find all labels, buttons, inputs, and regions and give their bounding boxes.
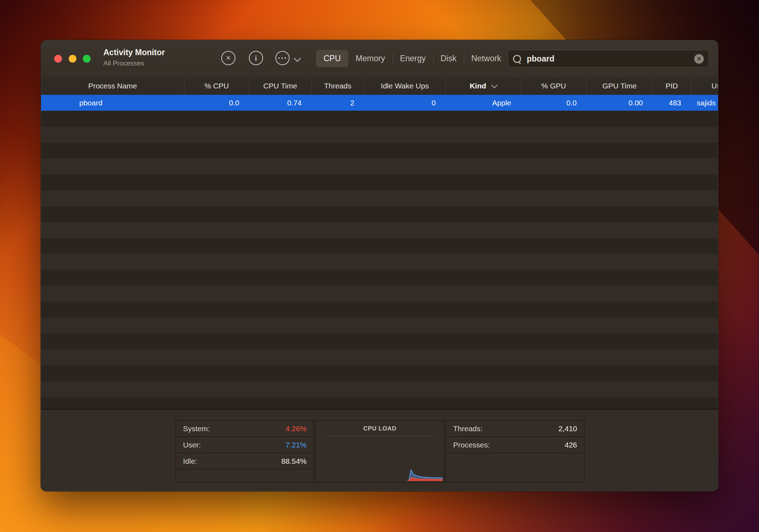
- close-window-button[interactable]: [54, 55, 62, 63]
- stat-label: Idle:: [183, 457, 197, 466]
- cpu-load-title: CPU LOAD: [315, 425, 444, 432]
- process-table-body: pboard 0.0 0.74 2 0 Apple 0.0 0.00 483 s…: [41, 95, 718, 409]
- window-title-block: Activity Monitor All Processes: [103, 48, 165, 67]
- zoom-window-button[interactable]: [83, 55, 91, 63]
- column-header-idle-wake-ups[interactable]: Idle Wake Ups: [364, 77, 446, 95]
- cell-gpu-time: 0.00: [587, 95, 653, 111]
- desktop-wallpaper: Activity Monitor All Processes × i ··· C…: [0, 0, 759, 532]
- cell-cpu-time: 0.74: [249, 95, 312, 111]
- x-icon: ×: [697, 55, 701, 63]
- stat-label: Processes:: [453, 441, 490, 449]
- table-row-pboard-selected[interactable]: pboard 0.0 0.74 2 0 Apple 0.0 0.00 483 s…: [41, 95, 718, 111]
- column-header-cpu[interactable]: % CPU: [184, 77, 249, 95]
- stat-value-processes: 426: [565, 441, 577, 449]
- search-input[interactable]: [526, 54, 694, 64]
- minimize-window-button[interactable]: [69, 55, 76, 63]
- column-header-pid[interactable]: PID: [653, 77, 691, 95]
- column-header-user[interactable]: User: [691, 77, 718, 95]
- cell-user: sajids: [691, 95, 718, 111]
- sort-chevron-icon: [491, 82, 498, 88]
- column-header-gpu-time[interactable]: GPU Time: [587, 77, 653, 95]
- column-header-process-name[interactable]: Process Name: [41, 77, 184, 95]
- cell-threads: 2: [312, 95, 364, 111]
- cell-cpu: 0.0: [184, 95, 249, 111]
- view-tabs: CPU Memory Energy Disk Network: [316, 50, 509, 67]
- x-circle-icon: ×: [226, 54, 231, 62]
- stat-value-idle: 88.54%: [281, 457, 307, 466]
- clear-search-button[interactable]: ×: [694, 54, 704, 64]
- stat-row-idle: Idle: 88.54%: [176, 453, 314, 469]
- info-icon: i: [255, 54, 257, 62]
- stat-value-system: 4.26%: [285, 424, 307, 433]
- table-header: Process Name % CPU CPU Time Threads Idle…: [41, 77, 718, 95]
- stat-label: System:: [183, 424, 210, 433]
- activity-monitor-window: Activity Monitor All Processes × i ··· C…: [41, 40, 718, 491]
- window-subtitle: All Processes: [103, 59, 165, 67]
- cpu-load-divider: [325, 436, 435, 436]
- cpu-load-box: CPU LOAD: [315, 420, 445, 482]
- quit-process-button[interactable]: ×: [221, 51, 235, 65]
- cell-kind: Apple: [446, 95, 521, 111]
- cpu-load-graph: [400, 467, 443, 481]
- stat-row-user: User: 7.21%: [176, 437, 314, 453]
- stat-label: User:: [183, 441, 201, 449]
- titlebar[interactable]: Activity Monitor All Processes × i ··· C…: [41, 40, 718, 77]
- stat-value-user: 7.21%: [285, 441, 307, 449]
- tab-disk[interactable]: Disk: [433, 50, 464, 67]
- stat-row-system: System: 4.26%: [176, 421, 314, 437]
- status-footer: System: 4.26% User: 7.21% Idle: 88.54% C…: [41, 409, 718, 491]
- column-header-cpu-time[interactable]: CPU Time: [249, 77, 312, 95]
- window-title: Activity Monitor: [103, 48, 165, 57]
- stat-value-threads: 2,410: [558, 424, 577, 433]
- cell-gpu: 0.0: [521, 95, 587, 111]
- search-icon: [513, 55, 521, 63]
- cell-idle-wake-ups: 0: [364, 95, 446, 111]
- inspect-process-button[interactable]: i: [249, 51, 263, 65]
- more-options-button[interactable]: ···: [275, 51, 290, 65]
- tab-network[interactable]: Network: [464, 50, 508, 67]
- stat-label: Threads:: [453, 424, 483, 433]
- chevron-down-icon[interactable]: [294, 55, 301, 62]
- tab-memory[interactable]: Memory: [348, 50, 393, 67]
- ellipsis-icon: ···: [278, 54, 287, 62]
- cell-pid: 483: [653, 95, 691, 111]
- tab-cpu[interactable]: CPU: [316, 50, 348, 67]
- column-header-gpu[interactable]: % GPU: [521, 77, 587, 95]
- threads-processes-box: Threads: 2,410 Processes: 426: [446, 420, 584, 482]
- search-field[interactable]: ×: [508, 50, 709, 68]
- cell-process-name: pboard: [41, 95, 184, 111]
- column-header-kind[interactable]: Kind: [446, 77, 521, 95]
- column-header-threads[interactable]: Threads: [312, 77, 364, 95]
- tab-energy[interactable]: Energy: [393, 50, 433, 67]
- stat-row-threads: Threads: 2,410: [446, 421, 584, 437]
- cpu-percent-stats-box: System: 4.26% User: 7.21% Idle: 88.54%: [176, 420, 314, 482]
- stat-row-processes: Processes: 426: [446, 437, 584, 453]
